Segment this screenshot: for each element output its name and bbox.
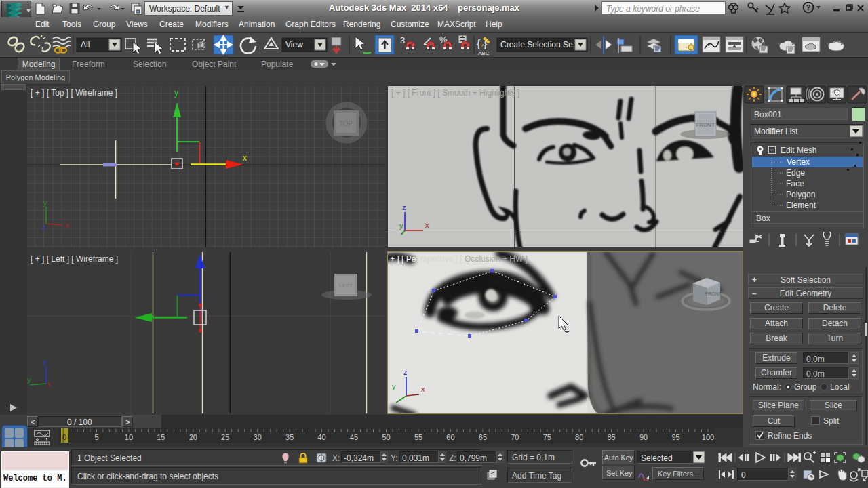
svg-text:20: 20 xyxy=(189,433,197,441)
svg-text:y: y xyxy=(27,375,31,384)
svg-text:25: 25 xyxy=(221,433,229,441)
svg-text:z: z xyxy=(42,223,46,231)
svg-text:90: 90 xyxy=(639,433,648,441)
svg-text:z: z xyxy=(43,358,47,366)
svg-text:ABC: ABC xyxy=(478,50,490,56)
svg-text:75: 75 xyxy=(543,433,551,441)
svg-text:x: x xyxy=(243,153,247,163)
svg-text:15: 15 xyxy=(157,433,165,441)
svg-text:FRONT: FRONT xyxy=(696,122,715,128)
svg-text:45: 45 xyxy=(350,433,358,441)
svg-text:x: x xyxy=(47,381,51,388)
svg-text:z: z xyxy=(402,203,406,211)
svg-text:80: 80 xyxy=(575,433,583,441)
svg-text:55: 55 xyxy=(414,433,422,441)
svg-text:100: 100 xyxy=(702,433,714,441)
svg-text:TOP: TOP xyxy=(339,120,353,127)
svg-text:?: ? xyxy=(806,3,811,12)
svg-text:60: 60 xyxy=(446,433,454,441)
svg-text:View: View xyxy=(285,40,303,49)
svg-text:y: y xyxy=(43,199,47,207)
svg-text:30: 30 xyxy=(254,433,262,441)
svg-text:70: 70 xyxy=(511,433,519,441)
svg-text:LEFT: LEFT xyxy=(339,283,353,289)
svg-text:35: 35 xyxy=(285,433,294,441)
svg-text:5: 5 xyxy=(94,433,98,441)
svg-text:x: x xyxy=(421,385,425,393)
svg-text:y: y xyxy=(399,222,403,230)
svg-text:Occlusion + HW ]: Occlusion + HW ] xyxy=(465,254,528,264)
svg-text:[ + ] [ Top ] [ Wireframe ]: [ + ] [ Top ] [ Wireframe ] xyxy=(31,88,117,98)
svg-text:0: 0 xyxy=(62,433,66,441)
svg-text:[ + ] [ Front ] [ Smooth + Hig: [ + ] [ Front ] [ Smooth + Highlights ] xyxy=(391,88,519,98)
svg-text:x: x xyxy=(65,221,69,229)
svg-text:40: 40 xyxy=(317,433,326,441)
svg-text:Create Selection Se: Create Selection Se xyxy=(500,40,573,49)
svg-text:50: 50 xyxy=(382,433,390,441)
svg-text:[ + ] [ Left ] [ Wireframe ]: [ + ] [ Left ] [ Wireframe ] xyxy=(31,254,118,264)
svg-text:+ ] [ Pe: + ] [ Pe xyxy=(390,254,416,264)
svg-text:65: 65 xyxy=(479,433,487,441)
svg-text:y: y xyxy=(392,382,396,390)
svg-text:y: y xyxy=(174,88,178,98)
svg-text:95: 95 xyxy=(671,433,679,441)
svg-text:3: 3 xyxy=(400,35,405,45)
svg-text:FRONT: FRONT xyxy=(705,291,722,296)
svg-text:10: 10 xyxy=(125,433,133,441)
svg-text:All: All xyxy=(81,40,90,49)
svg-text:z: z xyxy=(403,368,408,376)
svg-text:85: 85 xyxy=(607,433,615,441)
svg-text:x: x xyxy=(425,221,429,229)
